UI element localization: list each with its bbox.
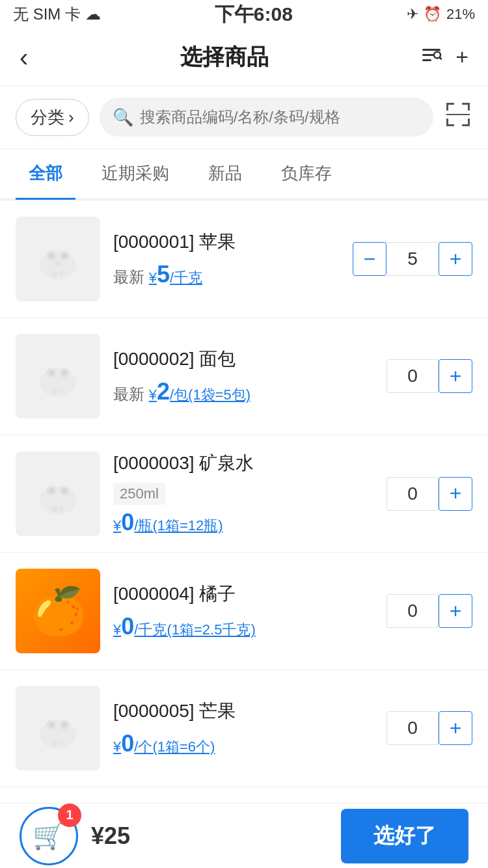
qty-increase-4[interactable]: +	[439, 594, 472, 628]
product-price-5: ¥0/个(1箱=6个)	[113, 730, 373, 757]
header: ‹ 选择商品 +	[0, 29, 488, 86]
qty-input-1[interactable]	[386, 242, 439, 276]
tab-recent[interactable]: 近期采购	[88, 149, 182, 200]
search-input[interactable]	[140, 108, 420, 126]
product-item-2: 智十 [0000002] 面包 最新 ¥2/包(1袋=5包) +	[0, 318, 488, 434]
product-price-1: 最新 ¥5/千克	[113, 261, 340, 288]
search-icon: 🔍	[113, 107, 133, 128]
qty-input-4[interactable]	[386, 594, 439, 628]
product-item-4: 🍊 [0000004] 橘子 ¥0/千克(1箱=2.5千克) +	[0, 553, 488, 669]
qty-increase-1[interactable]: +	[439, 242, 472, 276]
svg-rect-0	[422, 49, 441, 51]
svg-line-4	[440, 57, 442, 59]
qty-control-1: − +	[353, 242, 472, 276]
product-price-3: ¥0/瓶(1箱=12瓶)	[113, 509, 373, 536]
svg-rect-10	[446, 118, 448, 126]
qty-increase-2[interactable]: +	[439, 359, 472, 393]
product-name-5: [0000005] 芒果	[113, 699, 373, 724]
product-item-3: 智十 [0000003] 矿泉水 250ml ¥0/瓶(1箱=12瓶) +	[0, 435, 488, 552]
product-image-2: 智十	[16, 334, 100, 418]
filter-icon[interactable]	[420, 44, 442, 71]
category-button[interactable]: 分类 ›	[16, 99, 89, 136]
status-right: ✈ ⏰ 21%	[407, 6, 475, 23]
svg-point-30	[49, 488, 54, 493]
category-arrow: ›	[68, 107, 74, 128]
svg-point-17	[49, 253, 54, 258]
product-image-3: 智十	[16, 452, 100, 536]
product-name-3: [0000003] 矿泉水	[113, 451, 373, 476]
qty-input-3[interactable]	[386, 477, 439, 511]
cart-badge: 1	[58, 804, 81, 827]
product-list: 智十 [0000001] 苹果 最新 ¥5/千克 − + 智十	[0, 201, 488, 868]
status-bar: 无 SIM 卡 ☁ 下午6:08 ✈ ⏰ 21%	[0, 0, 488, 29]
svg-rect-6	[446, 103, 448, 111]
svg-rect-2	[422, 59, 431, 61]
search-bar[interactable]: 🔍	[100, 98, 433, 137]
svg-point-24	[49, 370, 54, 375]
product-info-2: [0000002] 面包 最新 ¥2/包(1袋=5包)	[113, 347, 373, 405]
product-info-3: [0000003] 矿泉水 250ml ¥0/瓶(1箱=12瓶)	[113, 451, 373, 536]
svg-text:智十: 智十	[51, 388, 64, 395]
tab-new[interactable]: 新品	[195, 149, 255, 200]
qty-control-5: +	[386, 711, 472, 745]
qty-increase-3[interactable]: +	[439, 477, 472, 511]
svg-text:智十: 智十	[51, 506, 64, 513]
status-time: 下午6:08	[215, 1, 293, 28]
product-info-4: [0000004] 橘子 ¥0/千克(1箱=2.5千克)	[113, 582, 373, 640]
svg-text:智十: 智十	[51, 271, 64, 278]
tab-row: 全部 近期采购 新品 负库存	[0, 149, 488, 200]
product-image-5: 智十	[16, 686, 100, 770]
product-name-4: [0000004] 橘子	[113, 582, 373, 606]
back-button[interactable]: ‹	[20, 44, 28, 70]
product-item-1: 智十 [0000001] 苹果 最新 ¥5/千克 − +	[0, 201, 488, 317]
alarm-icon: ⏰	[424, 6, 441, 23]
category-label: 分类	[31, 106, 64, 129]
product-item-5: 智十 [0000005] 芒果 ¥0/个(1箱=6个) +	[0, 670, 488, 786]
qty-control-3: +	[386, 477, 472, 511]
tab-negative[interactable]: 负库存	[268, 149, 345, 200]
svg-rect-12	[468, 118, 470, 126]
add-button[interactable]: +	[455, 44, 468, 70]
qty-decrease-1[interactable]: −	[353, 242, 386, 276]
scan-icon[interactable]	[444, 100, 472, 134]
tab-all[interactable]: 全部	[16, 149, 75, 200]
bottom-bar: 🛒 1 ¥25 选好了	[0, 803, 488, 868]
status-left: 无 SIM 卡 ☁	[13, 4, 101, 25]
product-price-4: ¥0/千克(1箱=2.5千克)	[113, 613, 373, 640]
filter-bar: 分类 › 🔍	[0, 86, 488, 149]
svg-text:智十: 智十	[51, 740, 64, 747]
sim-status: 无 SIM 卡 ☁	[13, 4, 101, 25]
header-actions: +	[420, 44, 468, 71]
qty-control-2: +	[386, 359, 472, 393]
cart-icon: 🛒	[33, 821, 65, 851]
battery-status: 21%	[446, 6, 475, 23]
svg-point-31	[62, 488, 67, 493]
product-image-4: 🍊	[16, 569, 100, 653]
svg-point-25	[62, 370, 67, 375]
svg-point-18	[62, 253, 67, 258]
location-icon: ✈	[407, 6, 418, 23]
svg-point-36	[49, 722, 54, 727]
qty-input-5[interactable]	[386, 711, 439, 745]
qty-control-4: +	[386, 594, 472, 628]
product-name-1: [0000001] 苹果	[113, 230, 340, 254]
svg-rect-8	[468, 103, 470, 111]
qty-input-2[interactable]	[386, 359, 439, 393]
confirm-button[interactable]: 选好了	[341, 809, 468, 863]
svg-point-37	[62, 722, 67, 727]
qty-increase-5[interactable]: +	[439, 711, 472, 745]
cart-total: ¥25	[91, 822, 328, 850]
product-image-1: 智十	[16, 217, 100, 301]
product-name-2: [0000002] 面包	[113, 347, 373, 372]
product-info-5: [0000005] 芒果 ¥0/个(1箱=6个)	[113, 699, 373, 757]
cart-button[interactable]: 🛒 1	[20, 807, 78, 865]
product-spec-3: 250ml	[113, 483, 165, 505]
product-price-2: 最新 ¥2/包(1袋=5包)	[113, 378, 373, 405]
product-info-1: [0000001] 苹果 最新 ¥5/千克	[113, 230, 340, 288]
page-title: 选择商品	[180, 42, 269, 72]
svg-point-19	[54, 262, 62, 265]
